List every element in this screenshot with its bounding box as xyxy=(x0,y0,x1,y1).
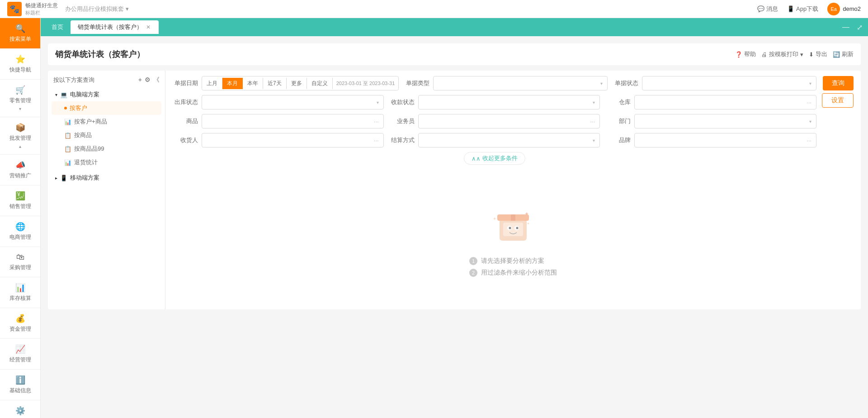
department-label: 部门 xyxy=(605,117,631,125)
sidebar-item-marketing[interactable]: 📣 营销推广 xyxy=(0,155,40,185)
tab-close-btn[interactable]: ✕ xyxy=(145,24,151,30)
receiver-input[interactable]: ··· xyxy=(202,133,384,147)
empty-illustration: ✦ ✦ ✦ xyxy=(486,195,540,250)
app-info: 畅捷通好生意 标题栏 xyxy=(25,2,58,16)
sidebar-item-operations[interactable]: 📈 经营管理 xyxy=(0,339,40,370)
department-select[interactable]: ▾ xyxy=(634,114,816,128)
settings-scheme-btn[interactable]: ⚙ xyxy=(145,76,151,84)
export-icon: ⬇ xyxy=(809,51,814,58)
tip-num-2: 2 xyxy=(469,269,477,277)
tab-home[interactable]: 首页 xyxy=(44,20,71,34)
settlement-select[interactable]: ▾ xyxy=(418,133,600,147)
chart-icon: 📊 xyxy=(64,119,71,125)
sidebar-item-ecommerce[interactable]: 🌐 电商管理 xyxy=(0,216,40,247)
date-range-display: 2023-03-01 至 2023-03-31 xyxy=(333,78,399,89)
date-btn-this-year[interactable]: 本年 xyxy=(243,78,263,89)
sidebar-item-label: 批发管理 xyxy=(9,134,31,142)
settlement-label: 结算方式 xyxy=(389,136,415,144)
warehouse-input[interactable]: ··· xyxy=(634,95,816,109)
collapse-row: ∧∧ 收起更多条件 xyxy=(173,152,816,165)
payment-status-arrow: ▾ xyxy=(593,100,595,105)
settings-btn[interactable]: 设置 xyxy=(822,93,854,108)
industry-select[interactable]: 办公用品行业模拟账套 ▾ xyxy=(65,5,129,13)
salesperson-input[interactable]: ··· xyxy=(418,114,600,128)
payment-status-select[interactable]: ▾ xyxy=(418,95,600,109)
window-minimize-btn[interactable]: — xyxy=(840,21,851,33)
print-icon: 🖨 xyxy=(761,51,767,58)
refresh-icon: 🔄 xyxy=(833,51,840,58)
order-status-arrow: ▾ xyxy=(809,81,811,86)
page-title: 销货单统计表（按客户） xyxy=(55,49,145,60)
template-print-btn[interactable]: 🖨 按模板打印 ▾ xyxy=(761,50,803,58)
app-logo: 🐾 xyxy=(7,2,22,16)
svg-rect-2 xyxy=(511,214,515,221)
warehouse-dots: ··· xyxy=(807,99,811,106)
order-type-select[interactable]: ▾ xyxy=(433,76,608,90)
tree-item-return-stats[interactable]: 📊 退货统计 xyxy=(52,156,161,169)
user-menu[interactable]: Ea demo2 xyxy=(827,3,861,15)
tree-group-mobile[interactable]: ▸ 📱 移动端方案 xyxy=(52,171,161,185)
message-btn[interactable]: 💬 消息 xyxy=(757,5,778,13)
purchase-icon: 🛍 xyxy=(16,252,24,262)
collapse-more-btn[interactable]: ∧∧ 收起更多条件 xyxy=(464,152,525,165)
inventory-icon: 📊 xyxy=(15,283,25,293)
brand-input[interactable]: ··· xyxy=(634,133,816,147)
date-btn-this-month[interactable]: 本月 xyxy=(222,78,243,89)
sidebar-item-search[interactable]: 🔍 搜索菜单 xyxy=(0,18,40,49)
date-btn-last-month[interactable]: 上月 xyxy=(202,78,222,89)
order-status-select[interactable]: ▾ xyxy=(642,76,816,90)
sidebar-item-finance[interactable]: 💰 资金管理 xyxy=(0,308,40,339)
add-scheme-btn[interactable]: + xyxy=(138,76,142,84)
quicknav-icon: ⭐ xyxy=(15,54,25,64)
sidebar-item-purchase[interactable]: 🛍 采购管理 xyxy=(0,247,40,277)
sidebar-item-label: 经营管理 xyxy=(9,356,31,364)
system-icon: ⚙️ xyxy=(15,406,25,416)
sidebar-item-label: 快捷导航 xyxy=(9,66,31,74)
sidebar-item-sales[interactable]: 💹 销售管理 xyxy=(0,185,40,216)
date-btn-more[interactable]: 更多 xyxy=(287,78,307,89)
product-input[interactable]: ··· xyxy=(202,114,384,128)
top-bar-right: 💬 消息 📱 App下载 Ea demo2 xyxy=(757,3,861,15)
filter-item-date: 单据日期 上月 本月 本年 近7天 更多 自定义 xyxy=(173,76,399,90)
svg-point-7 xyxy=(516,227,519,229)
tree-item-by-customer[interactable]: 按客户 xyxy=(52,101,161,115)
help-btn[interactable]: ❓ 帮助 xyxy=(735,50,756,58)
out-status-select[interactable]: ▾ xyxy=(202,95,384,109)
desktop-icon: 💻 xyxy=(60,91,67,98)
sidebar-item-label: 基础信息 xyxy=(9,387,31,394)
window-maximize-btn[interactable]: ⤢ xyxy=(855,21,864,33)
tree-item-by-product[interactable]: 📋 按商品 xyxy=(52,128,161,142)
collapse-panel-btn[interactable]: 《 xyxy=(153,76,160,84)
basic-icon: ℹ️ xyxy=(15,375,25,385)
sidebar-item-basic[interactable]: ℹ️ 基础信息 xyxy=(0,370,40,400)
list-icon: 📋 xyxy=(64,132,71,139)
sidebar-item-wholesale[interactable]: 📦 批发管理 ▴ xyxy=(0,117,40,155)
date-filter[interactable]: 上月 本月 本年 近7天 更多 自定义 2023-03-01 至 2023-03… xyxy=(202,76,399,90)
sidebar-item-inventory[interactable]: 📊 库存核算 xyxy=(0,277,40,308)
export-btn[interactable]: ⬇ 导出 xyxy=(809,50,827,58)
tree-group-desktop-header[interactable]: ▾ 💻 电脑端方案 xyxy=(52,88,161,101)
filter-row-4: 收货人 ··· 结算方式 xyxy=(173,133,816,147)
search-btn[interactable]: 查询 xyxy=(823,76,854,90)
sidebar-item-retail[interactable]: 🛒 零售管理 ▾ xyxy=(0,80,40,117)
warehouse-label: 仓库 xyxy=(605,98,631,106)
date-btn-7days[interactable]: 近7天 xyxy=(263,78,287,89)
sidebar-item-quicknav[interactable]: ⭐ 快捷导航 xyxy=(0,49,40,80)
brand-dots: ··· xyxy=(807,137,811,144)
top-bar: 🐾 畅捷通好生意 标题栏 办公用品行业模拟账套 ▾ 💬 消息 📱 App下载 xyxy=(0,0,868,18)
sidebar-item-label: 资金管理 xyxy=(9,325,31,333)
sidebar-item-system[interactable]: ⚙️ 系统管理 xyxy=(0,400,40,418)
tree-item-by-product-99[interactable]: 📋 按商品品99 xyxy=(52,142,161,156)
app-subtitle: 标题栏 xyxy=(25,10,58,16)
tab-active[interactable]: 销货单统计表（按客户） ✕ xyxy=(71,20,159,34)
settlement-arrow: ▾ xyxy=(593,138,595,143)
refresh-btn[interactable]: 🔄 刷新 xyxy=(833,50,854,58)
tree-item-by-customer-product[interactable]: 📊 按客户+商品 xyxy=(52,115,161,128)
date-label: 单据日期 xyxy=(173,79,198,87)
sidebar-item-label: 库存核算 xyxy=(9,294,31,302)
avatar: Ea xyxy=(827,3,840,15)
filter-item-product: 商品 ··· xyxy=(173,114,384,128)
app-download-btn[interactable]: 📱 App下载 xyxy=(787,5,818,13)
filter-tree: ▾ 💻 电脑端方案 按客户 📊 按客户+商 xyxy=(48,88,165,185)
date-btn-custom[interactable]: 自定义 xyxy=(307,78,333,89)
